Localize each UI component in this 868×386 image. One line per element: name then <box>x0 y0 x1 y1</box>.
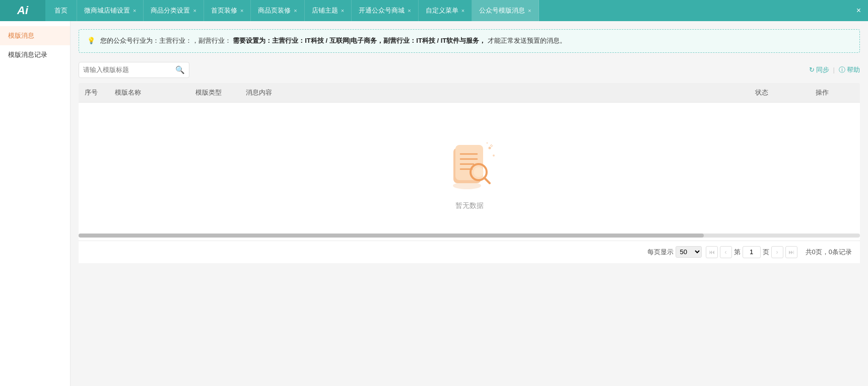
notice-highlight: 需要设置为：主营行业：IT科技 / 互联网|电子商务，副营行业：IT科技 / I… <box>233 37 486 44</box>
page-size-dropdown[interactable]: 50 10 20 100 <box>676 246 702 258</box>
prev-page-button[interactable]: ‹ <box>720 246 732 258</box>
tab-homepage-label: 首页装修 <box>211 6 237 15</box>
scrollbar-track[interactable] <box>79 234 860 238</box>
tab-product-page[interactable]: 商品页装修 × <box>251 0 304 21</box>
svg-point-8 <box>474 167 484 177</box>
help-label: 帮助 <box>847 65 860 74</box>
table-header-row: 序号 模版名称 模版类型 消息内容 状态 操作 <box>79 83 860 103</box>
empty-row: 暂无数据 <box>79 102 860 230</box>
page-size-label: 每页显示 <box>647 248 674 257</box>
tab-category-close[interactable]: × <box>193 8 196 14</box>
tab-theme-close[interactable]: × <box>341 8 344 14</box>
top-navigation: Ai 首页 微商城店铺设置 × 商品分类设置 × 首页装修 × 商品页装修 × … <box>0 0 868 21</box>
notice-box: 💡 您的公众号行业为：主营行业：，副营行业： 需要设置为：主营行业：IT科技 /… <box>79 29 860 53</box>
tab-template-msg-label: 公众号模版消息 <box>479 6 525 15</box>
toolbar-right: ↻ 同步 | ⓘ 帮助 <box>809 65 860 74</box>
page-size-select: 每页显示 50 10 20 100 <box>647 246 702 258</box>
tab-theme-label: 店铺主题 <box>312 6 338 15</box>
logo: Ai <box>0 0 45 21</box>
tab-homepage[interactable]: 首页装修 × <box>204 0 251 21</box>
tab-wechat-shop[interactable]: 开通公众号商城 × <box>352 0 418 21</box>
search-input-wrap[interactable]: 🔍 <box>79 62 189 78</box>
empty-state: 暂无数据 <box>79 103 860 230</box>
col-header-type: 模版类型 <box>189 83 240 103</box>
sidebar-item-template-msg-record-label: 模版消息记录 <box>8 51 47 58</box>
notice-icon: 💡 <box>87 37 95 44</box>
tab-home-label: 首页 <box>54 6 68 15</box>
sync-label: 同步 <box>816 65 829 74</box>
scrollbar-thumb[interactable] <box>79 234 704 238</box>
sidebar: 模版消息 模版消息记录 <box>0 21 71 386</box>
col-header-content: 消息内容 <box>240 83 749 103</box>
tab-category[interactable]: 商品分类设置 × <box>144 0 204 21</box>
sidebar-item-template-msg-record[interactable]: 模版消息记录 <box>0 45 70 64</box>
svg-point-10 <box>488 146 491 149</box>
tab-weshop[interactable]: 微商城店铺设置 × <box>77 0 144 21</box>
tab-category-label: 商品分类设置 <box>151 6 190 15</box>
tab-template-msg[interactable]: 公众号模版消息 × <box>472 0 539 21</box>
tab-custom-menu-close[interactable]: × <box>461 8 464 14</box>
col-header-action: 操作 <box>810 83 860 103</box>
table-wrapper: 序号 模版名称 模版类型 消息内容 状态 操作 <box>79 83 860 241</box>
last-page-button[interactable]: ⏭ <box>785 246 797 258</box>
total-info: 共0页，0条记录 <box>806 248 852 257</box>
sync-icon: ↻ <box>809 66 815 73</box>
tab-product-page-label: 商品页装修 <box>258 6 291 15</box>
next-page-button[interactable]: › <box>771 246 783 258</box>
global-close-button[interactable]: × <box>849 0 868 21</box>
tab-template-msg-close[interactable]: × <box>528 8 531 14</box>
svg-line-9 <box>484 178 490 183</box>
svg-point-12 <box>486 142 488 143</box>
col-header-status: 状态 <box>749 83 810 103</box>
search-input[interactable] <box>83 66 173 73</box>
help-button[interactable]: ⓘ 帮助 <box>839 65 860 74</box>
tab-list: 首页 微商城店铺设置 × 商品分类设置 × 首页装修 × 商品页装修 × 店铺主… <box>45 0 849 21</box>
page-number-input[interactable] <box>743 246 761 258</box>
tab-wechat-shop-label: 开通公众号商城 <box>359 6 405 15</box>
content-area: 💡 您的公众号行业为：主营行业：，副营行业： 需要设置为：主营行业：IT科技 /… <box>71 21 868 386</box>
empty-text: 暂无数据 <box>455 201 484 210</box>
toolbar-divider: | <box>833 66 835 73</box>
pagination-bar: 每页显示 50 10 20 100 ⏮ ‹ 第 页 › ⏭ 共0页，0条记录 <box>79 241 860 263</box>
main-layout: 模版消息 模版消息记录 💡 您的公众号行业为：主营行业：，副营行业： 需要设置为… <box>0 21 868 386</box>
empty-illustration <box>439 133 500 193</box>
tab-home[interactable]: 首页 <box>45 0 77 21</box>
search-icon[interactable]: 🔍 <box>175 65 185 74</box>
tab-weshop-label: 微商城店铺设置 <box>84 6 130 15</box>
page-unit: 页 <box>763 248 769 257</box>
tab-homepage-close[interactable]: × <box>240 8 243 14</box>
tab-product-page-close[interactable]: × <box>294 8 297 14</box>
toolbar: 🔍 ↻ 同步 | ⓘ 帮助 <box>79 62 860 78</box>
tab-custom-menu[interactable]: 自定义菜单 × <box>419 0 472 21</box>
sync-button[interactable]: ↻ 同步 <box>809 65 829 74</box>
notice-suffix: 才能正常发送预置的消息。 <box>488 37 566 44</box>
svg-point-11 <box>493 155 495 157</box>
sidebar-item-template-msg-label: 模版消息 <box>8 32 34 39</box>
help-icon: ⓘ <box>839 65 845 74</box>
svg-point-0 <box>453 182 481 189</box>
page-navigation: ⏮ ‹ 第 页 › ⏭ <box>706 246 797 258</box>
col-header-name: 模版名称 <box>109 83 189 103</box>
col-header-index: 序号 <box>79 83 109 103</box>
tab-theme[interactable]: 店铺主题 × <box>305 0 352 21</box>
tab-custom-menu-label: 自定义菜单 <box>426 6 458 15</box>
first-page-button[interactable]: ⏮ <box>706 246 718 258</box>
tab-weshop-close[interactable]: × <box>133 8 136 14</box>
tab-wechat-shop-close[interactable]: × <box>408 8 411 14</box>
page-label: 第 <box>734 248 741 257</box>
notice-prefix: 您的公众号行业为：主营行业：，副营行业： <box>100 37 231 44</box>
svg-line-14 <box>490 144 492 146</box>
svg-line-13 <box>491 145 493 147</box>
data-table: 序号 模版名称 模版类型 消息内容 状态 操作 <box>79 83 860 230</box>
sidebar-item-template-msg[interactable]: 模版消息 <box>0 26 70 45</box>
